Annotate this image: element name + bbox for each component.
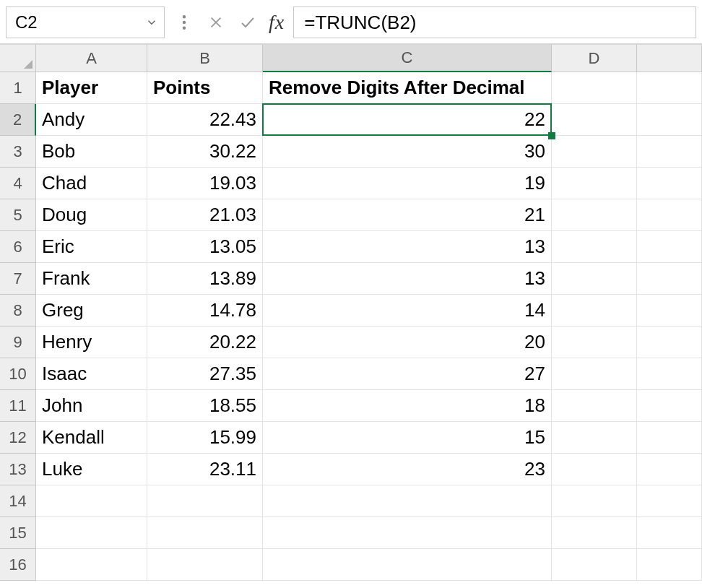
cell[interactable]: Player [36,72,147,104]
fill-handle[interactable] [548,132,555,139]
cell[interactable]: 27 [263,358,552,390]
cell[interactable] [637,549,702,581]
more-vertical-icon[interactable] [173,12,195,33]
row-header[interactable]: 2 [0,104,36,136]
cell[interactable] [637,136,702,168]
row-header[interactable]: 15 [0,517,36,549]
cell[interactable] [552,168,637,199]
name-box[interactable]: C2 [6,7,165,38]
cell[interactable]: Isaac [36,358,147,390]
cell[interactable] [637,104,702,136]
cell[interactable]: 15.99 [147,422,263,454]
cell[interactable]: Henry [36,327,147,358]
row-header[interactable]: 5 [0,199,36,231]
cell[interactable]: 20.22 [147,327,263,358]
cell[interactable] [637,390,702,422]
cell[interactable] [637,517,702,549]
cell[interactable]: 30 [263,136,552,168]
cell[interactable]: Points [147,72,263,104]
cell[interactable]: 27.35 [147,358,263,390]
formula-input[interactable]: =TRUNC(B2) [293,7,696,38]
cell[interactable] [637,72,702,104]
column-header[interactable]: B [147,45,263,72]
row-header[interactable]: 16 [0,549,36,581]
row-header[interactable]: 1 [0,72,36,104]
cell[interactable]: 18.55 [147,390,263,422]
column-header[interactable] [637,45,702,72]
cell[interactable] [263,517,552,549]
cell[interactable] [552,263,637,295]
cell[interactable]: 21.03 [147,199,263,231]
cell[interactable] [552,454,637,485]
row-header[interactable]: 3 [0,136,36,168]
cell[interactable]: Remove Digits After Decimal [263,72,552,104]
cell[interactable]: 19 [263,168,552,199]
row-header[interactable]: 10 [0,358,36,390]
row-header[interactable]: 13 [0,454,36,485]
cell[interactable] [147,485,263,517]
cell[interactable]: Andy [36,104,147,136]
cell[interactable] [637,168,702,199]
cell[interactable]: 21 [263,199,552,231]
cell[interactable] [36,517,147,549]
cell[interactable]: 15 [263,422,552,454]
cell[interactable] [637,199,702,231]
cell[interactable] [552,390,637,422]
cell[interactable] [263,549,552,581]
cell[interactable]: 30.22 [147,136,263,168]
cell[interactable] [637,422,702,454]
cell[interactable]: John [36,390,147,422]
row-header[interactable]: 12 [0,422,36,454]
cell[interactable]: Doug [36,199,147,231]
cell[interactable] [552,295,637,327]
fx-icon[interactable]: fx [269,11,285,34]
cell[interactable] [637,231,702,263]
chevron-down-icon[interactable] [145,16,158,29]
cell[interactable]: Chad [36,168,147,199]
cell[interactable]: Greg [36,295,147,327]
cell[interactable] [263,485,552,517]
cell[interactable]: 13 [263,263,552,295]
cell[interactable]: Bob [36,136,147,168]
cell[interactable] [637,263,702,295]
row-header[interactable]: 8 [0,295,36,327]
cell[interactable]: Frank [36,263,147,295]
cell[interactable]: 20 [263,327,552,358]
cell[interactable] [552,136,637,168]
cell[interactable]: 14 [263,295,552,327]
row-header[interactable]: 7 [0,263,36,295]
cell[interactable] [637,327,702,358]
cell[interactable]: 13.89 [147,263,263,295]
row-header[interactable]: 9 [0,327,36,358]
cell[interactable] [637,485,702,517]
cell[interactable]: 22 [263,104,552,136]
cell[interactable] [552,72,637,104]
column-header[interactable]: A [36,45,147,72]
cell[interactable]: 23.11 [147,454,263,485]
cell[interactable] [637,358,702,390]
cell[interactable] [552,517,637,549]
cell[interactable] [36,485,147,517]
cell[interactable] [637,295,702,327]
cell[interactable] [637,454,702,485]
cell[interactable] [552,104,637,136]
cell[interactable] [147,549,263,581]
cell[interactable]: 19.03 [147,168,263,199]
cell[interactable] [36,549,147,581]
cell[interactable]: Luke [36,454,147,485]
row-header[interactable]: 11 [0,390,36,422]
select-all-corner[interactable] [0,45,36,72]
cell[interactable]: 13.05 [147,231,263,263]
cell[interactable] [552,485,637,517]
row-header[interactable]: 4 [0,168,36,199]
cell[interactable] [552,199,637,231]
cell[interactable]: Eric [36,231,147,263]
cell[interactable]: 18 [263,390,552,422]
cell[interactable] [147,517,263,549]
cell[interactable] [552,231,637,263]
confirm-icon[interactable] [237,12,259,33]
column-header[interactable]: C [263,45,552,72]
column-header[interactable]: D [552,45,637,72]
cell[interactable]: 22.43 [147,104,263,136]
cell[interactable]: 13 [263,231,552,263]
